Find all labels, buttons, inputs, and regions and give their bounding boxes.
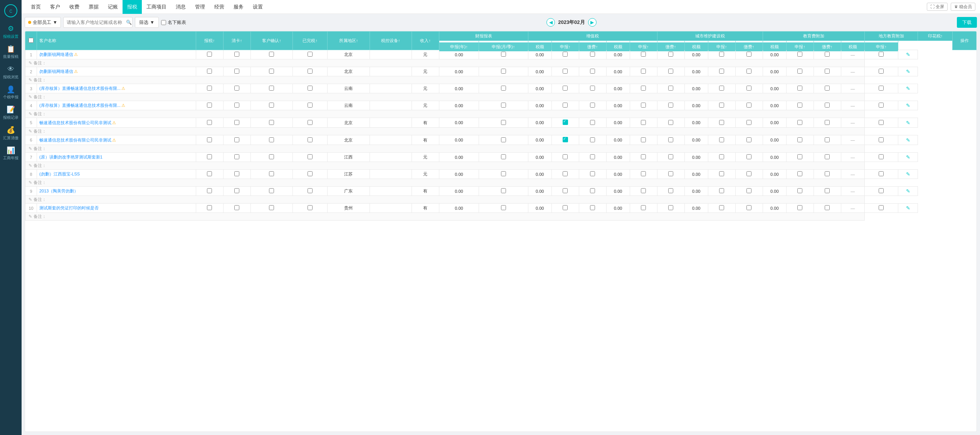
checkbox[interactable]: [825, 188, 830, 193]
remark-pencil-icon[interactable]: ✎: [29, 111, 32, 116]
client-confirm-cb[interactable]: [250, 204, 292, 213]
remark-pencil-icon[interactable]: ✎: [29, 180, 32, 185]
remark-pencil-icon[interactable]: ✎: [29, 197, 32, 202]
client-name[interactable]: 畅速通信息技术股份有限公司民非测试: [39, 138, 111, 142]
checkbox[interactable]: [879, 137, 884, 142]
nav-billing[interactable]: 收费: [65, 0, 84, 14]
checkbox[interactable]: [308, 171, 313, 176]
client-confirm-cb[interactable]: [250, 170, 292, 179]
edu-fee-cb[interactable]: [735, 153, 763, 162]
checkbox[interactable]: [797, 86, 802, 91]
select-all-checkbox[interactable]: [29, 38, 34, 43]
urban-fee-cb[interactable]: [657, 50, 684, 59]
checkbox[interactable]: [746, 188, 751, 193]
remark-pencil-icon[interactable]: ✎: [29, 94, 32, 99]
prev-month-button[interactable]: ◀: [546, 18, 555, 27]
edit-icon[interactable]: ✎: [906, 205, 910, 211]
edu-fee-cb[interactable]: [735, 204, 763, 213]
clear-card-cb[interactable]: [223, 84, 250, 93]
clear-card-cb[interactable]: [223, 204, 250, 213]
urban-fee-cb[interactable]: [657, 187, 684, 196]
checkbox[interactable]: [641, 154, 646, 159]
checkbox[interactable]: [641, 103, 646, 108]
checkbox[interactable]: [668, 188, 673, 193]
edu-fee-cb[interactable]: [735, 187, 763, 196]
nav-message[interactable]: 消息: [171, 0, 190, 14]
checkbox[interactable]: [641, 52, 646, 57]
checkbox[interactable]: [308, 52, 313, 57]
checkbox[interactable]: [641, 205, 646, 210]
checkbox[interactable]: [207, 52, 212, 57]
checkbox[interactable]: [234, 86, 239, 91]
checkbox[interactable]: [207, 103, 212, 108]
local-report-cb[interactable]: [786, 50, 814, 59]
paid-cb[interactable]: [293, 135, 328, 145]
client-confirm-cb[interactable]: [250, 50, 292, 59]
checkbox[interactable]: [719, 86, 724, 91]
paid-cb[interactable]: [293, 67, 328, 76]
urban-report-cb[interactable]: [630, 101, 657, 110]
checkbox[interactable]: [641, 171, 646, 176]
checkbox[interactable]: [501, 52, 506, 57]
clear-card-cb[interactable]: [223, 101, 250, 110]
edu-report-cb[interactable]: [708, 101, 735, 110]
tax-report-cb[interactable]: [196, 135, 223, 145]
checkbox[interactable]: [501, 103, 506, 108]
edu-report-cb[interactable]: [708, 187, 735, 196]
checkbox[interactable]: [501, 154, 506, 159]
local-report-cb[interactable]: [786, 84, 814, 93]
checkbox[interactable]: [501, 86, 506, 91]
checkbox[interactable]: [797, 69, 802, 74]
checkbox[interactable]: [563, 205, 568, 210]
nav-home[interactable]: 首页: [26, 0, 45, 14]
edit-icon[interactable]: ✎: [906, 154, 910, 160]
vat-fee-cb[interactable]: [579, 101, 606, 110]
urban-report-cb[interactable]: [630, 67, 657, 76]
tax-report-cb[interactable]: [196, 84, 223, 93]
checkbox[interactable]: [269, 86, 274, 91]
checkbox[interactable]: [269, 188, 274, 193]
fin-month-cb[interactable]: [479, 101, 528, 110]
urban-report-cb[interactable]: [630, 153, 657, 162]
local-fee-cb[interactable]: [814, 50, 841, 59]
nav-tax[interactable]: 报税: [123, 0, 142, 14]
fin-month-cb[interactable]: [479, 187, 528, 196]
paid-cb[interactable]: [293, 170, 328, 179]
checkbox[interactable]: [207, 86, 212, 91]
checkbox[interactable]: [719, 120, 724, 125]
edu-report-cb[interactable]: [708, 135, 735, 145]
urban-report-cb[interactable]: [630, 187, 657, 196]
checkbox[interactable]: [825, 171, 830, 176]
employee-filter-select[interactable]: 全部员工 ▼: [25, 17, 61, 28]
client-confirm-cb[interactable]: [250, 135, 292, 145]
checkbox[interactable]: [308, 120, 313, 125]
edu-fee-cb[interactable]: [735, 135, 763, 145]
fin-month-cb[interactable]: [479, 204, 528, 213]
checkbox[interactable]: [719, 52, 724, 57]
checkbox[interactable]: [719, 137, 724, 142]
client-name[interactable]: (库存核算）直播畅速通信息技术股份有限...: [39, 86, 121, 91]
stamp-report-cb[interactable]: [864, 118, 898, 128]
edit-icon[interactable]: ✎: [906, 69, 910, 74]
vat-fee-cb[interactable]: [579, 118, 606, 128]
checkbox[interactable]: [590, 86, 595, 91]
stamp-report-cb[interactable]: [864, 204, 898, 213]
local-report-cb[interactable]: [786, 153, 814, 162]
vat-fee-cb[interactable]: [579, 204, 606, 213]
checkbox[interactable]: [719, 171, 724, 176]
search-icon[interactable]: 🔍: [126, 20, 132, 25]
checkbox[interactable]: [308, 205, 313, 210]
checkbox[interactable]: [797, 154, 802, 159]
checkbox[interactable]: [719, 69, 724, 74]
checkbox[interactable]: [234, 103, 239, 108]
urban-fee-cb[interactable]: [657, 135, 684, 145]
checkbox[interactable]: [563, 103, 568, 108]
checkbox[interactable]: [308, 154, 313, 159]
action-cell[interactable]: ✎: [898, 84, 918, 93]
checkbox[interactable]: [563, 69, 568, 74]
paid-cb[interactable]: [293, 101, 328, 110]
action-cell[interactable]: ✎: [898, 187, 918, 196]
nav-industry[interactable]: 工商项目: [142, 0, 171, 14]
checkbox[interactable]: [234, 69, 239, 74]
checkbox[interactable]: [269, 103, 274, 108]
